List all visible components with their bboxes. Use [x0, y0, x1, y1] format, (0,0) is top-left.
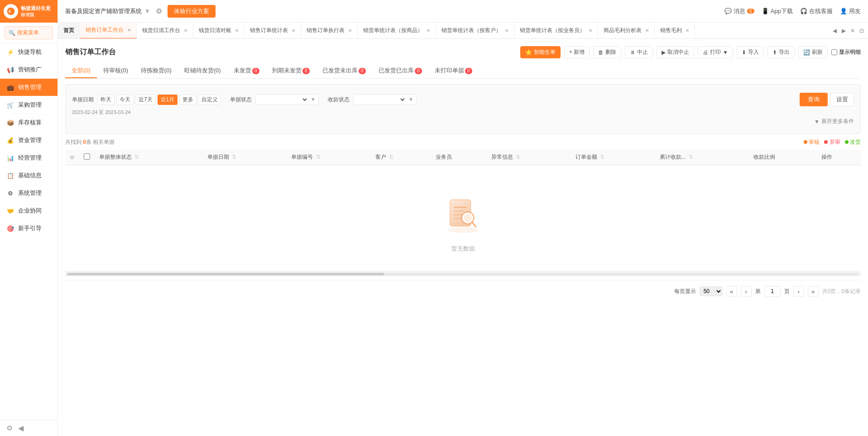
- search-menu-button[interactable]: 🔍 搜索菜单: [5, 26, 53, 39]
- col-ratio: 收款比例: [749, 150, 817, 165]
- sidebar-item-quick-nav[interactable]: ⚡ 快捷导航: [0, 43, 58, 61]
- tab-close-product-margin[interactable]: ✕: [645, 28, 649, 33]
- tab-cash-reconcile[interactable]: 钱货日清对账 ✕: [193, 23, 245, 39]
- date-btn-today[interactable]: 今天: [116, 95, 134, 105]
- import-button[interactable]: ⬇ 导入: [737, 46, 764, 58]
- page-input[interactable]: [764, 286, 781, 297]
- filter-tab-expired-not-shipped[interactable]: 到期未发货0: [266, 64, 316, 78]
- filter-tab-pending-inspect[interactable]: 待拣验货(0): [134, 64, 178, 78]
- main-content: 装备及固定资产辅助管理系统 ▼ ⚙ 体验行业方案 💬 消息 6 📱 App下载 …: [58, 0, 868, 436]
- tab-sales-more[interactable]: 销售毛利 ✕: [655, 23, 695, 39]
- sidebar-item-marketing[interactable]: 📢 营销推广: [0, 61, 58, 79]
- refresh-button[interactable]: 🔄 刷新: [798, 46, 828, 58]
- cta-button[interactable]: 体验行业方案: [168, 5, 216, 18]
- tab-close-cash-reconcile[interactable]: ✕: [235, 28, 239, 33]
- page-last-button[interactable]: »: [808, 286, 819, 297]
- topbar-settings-icon[interactable]: ⚙: [156, 7, 162, 15]
- suspend-button[interactable]: ⏸ 中止: [625, 46, 653, 58]
- filter-tab-not-shipped[interactable]: 未发货0: [227, 64, 266, 78]
- filter-tab-wangpu-pending[interactable]: 旺铺待发货(0): [178, 64, 227, 78]
- date-btn-last1month[interactable]: 近1月: [158, 95, 178, 105]
- tab-close-all[interactable]: ✕: [848, 26, 857, 35]
- review-action[interactable]: 审核: [804, 138, 820, 146]
- page-first-button[interactable]: «: [726, 286, 737, 297]
- sidebar-item-purchase[interactable]: 🛒 采购管理: [0, 96, 58, 114]
- tab-cash-daily[interactable]: 钱货日清工作台 ✕: [137, 23, 193, 39]
- sidebar-item-basic-info[interactable]: 📋 基础信息: [0, 167, 58, 185]
- headset-icon: 🎧: [800, 8, 807, 14]
- per-page-select[interactable]: 50 20 100: [700, 286, 723, 296]
- tab-scroll-left[interactable]: ◀: [830, 26, 839, 35]
- filter-tab-all[interactable]: 全部(0): [65, 64, 97, 78]
- show-details-checkbox-label[interactable]: 显示明细: [831, 48, 861, 56]
- status-select[interactable]: ▼: [255, 94, 319, 105]
- page-prev-button[interactable]: ‹: [741, 286, 752, 297]
- cancel-suspend-button[interactable]: ▶ 取消中止: [657, 46, 694, 58]
- status-dropdown[interactable]: [259, 96, 308, 103]
- tab-expand[interactable]: ⊡: [857, 26, 866, 35]
- sidebar-item-finance[interactable]: 💰 资金管理: [0, 132, 58, 149]
- tab-close-cash-daily[interactable]: ✕: [184, 28, 187, 33]
- table-settings-icon[interactable]: ⚙: [70, 154, 75, 161]
- export-button[interactable]: ⬆ 导出: [767, 46, 795, 58]
- scrollbar-track[interactable]: [67, 273, 859, 275]
- filter-tab-not-printed[interactable]: 未打印单据0: [428, 64, 479, 78]
- tab-close-sales-stat-product[interactable]: ✕: [427, 28, 430, 33]
- tab-close-sales-order-stat[interactable]: ✕: [292, 28, 295, 33]
- filter-tab-pending-review[interactable]: 待审核(0): [97, 64, 134, 78]
- setting-button[interactable]: 设置: [830, 93, 854, 106]
- payment-select[interactable]: ▼: [353, 94, 417, 105]
- query-button[interactable]: 查询: [800, 93, 828, 106]
- sidebar-item-guide[interactable]: 🎯 新手引导: [0, 220, 58, 237]
- tab-product-margin[interactable]: 商品毛利分析表 ✕: [598, 23, 655, 39]
- expand-more-button[interactable]: ▼ 展开更多条件: [814, 118, 854, 125]
- user-menu-button[interactable]: 👤 用友: [840, 7, 861, 15]
- date-btn-more[interactable]: 更多: [179, 95, 197, 105]
- print-dropdown-icon: ▼: [723, 49, 728, 56]
- tabbar: 首页 销售订单工作台 ✕ 钱货日清工作台 ✕ 钱货日清对账 ✕ 销售订单统计表 …: [58, 23, 868, 39]
- smart-create-button[interactable]: ⭐ 智能生单: [520, 46, 561, 58]
- show-details-checkbox[interactable]: [831, 49, 837, 55]
- horizontal-scrollbar[interactable]: [65, 271, 861, 276]
- collapse-sidebar-button[interactable]: ◀: [18, 424, 24, 432]
- sidebar-item-sales[interactable]: 💼 销售管理: [0, 79, 58, 96]
- date-btn-custom[interactable]: 自定义: [198, 95, 221, 105]
- select-all-checkbox[interactable]: [84, 153, 90, 160]
- tab-sales-stat-staff[interactable]: 销货单统计表（按业务员） ✕: [514, 23, 598, 39]
- tab-sales-order[interactable]: 销售订单工作台 ✕: [80, 23, 137, 39]
- sidebar-item-sys-manage[interactable]: ⚙ 系统管理: [0, 185, 58, 202]
- sidebar-item-inventory[interactable]: 📦 库存核算: [0, 114, 58, 132]
- tab-sales-stat-customer[interactable]: 销货单统计表（按客户） ✕: [436, 23, 514, 39]
- delete-button[interactable]: 🗑 删除: [593, 46, 621, 58]
- svg-line-11: [472, 222, 475, 227]
- tab-sales-order-exec[interactable]: 销售订单执行表 ✕: [301, 23, 358, 39]
- message-button[interactable]: 💬 消息 6: [724, 7, 754, 15]
- settings-bottom-button[interactable]: ⚙: [6, 424, 13, 432]
- print-button[interactable]: 🖨 打印 ▼: [698, 46, 733, 58]
- filter-tab-shipped-not-out[interactable]: 已发货未出库0: [316, 64, 372, 78]
- scrollbar-thumb[interactable]: [67, 273, 384, 275]
- tab-close-sales-order-exec[interactable]: ✕: [348, 28, 352, 33]
- date-btn-last7[interactable]: 近7天: [135, 95, 156, 105]
- tab-close-sales-stat-staff[interactable]: ✕: [589, 28, 592, 33]
- tab-close-sales-order[interactable]: ✕: [127, 28, 131, 33]
- tab-home[interactable]: 首页: [58, 23, 80, 39]
- add-button[interactable]: + 新增: [564, 46, 590, 58]
- online-service-button[interactable]: 🎧 在线客服: [800, 7, 833, 15]
- tab-close-sales-stat-customer[interactable]: ✕: [505, 28, 508, 33]
- tab-close-sales-more[interactable]: ✕: [686, 28, 689, 33]
- sidebar-item-enterprise[interactable]: 🤝 企业协同: [0, 202, 58, 220]
- cancel-review-action[interactable]: 弃审: [824, 138, 840, 146]
- app-download-button[interactable]: 📱 App下载: [762, 7, 793, 15]
- ship-action[interactable]: 发货: [845, 138, 861, 146]
- filter-tab-shipped-out[interactable]: 已发货已出库0: [372, 64, 428, 78]
- sidebar-item-operations[interactable]: 📊 经营管理: [0, 149, 58, 167]
- svg-rect-8: [454, 218, 461, 219]
- page-next-button[interactable]: ›: [793, 286, 804, 297]
- tab-sales-stat-product[interactable]: 销货单统计表（按商品） ✕: [358, 23, 436, 39]
- star-icon: ⭐: [525, 49, 532, 56]
- tab-sales-order-stat[interactable]: 销售订单统计表 ✕: [245, 23, 301, 39]
- payment-dropdown[interactable]: [356, 96, 406, 103]
- tab-scroll-right[interactable]: ▶: [839, 26, 848, 35]
- date-btn-yesterday[interactable]: 昨天: [97, 95, 115, 105]
